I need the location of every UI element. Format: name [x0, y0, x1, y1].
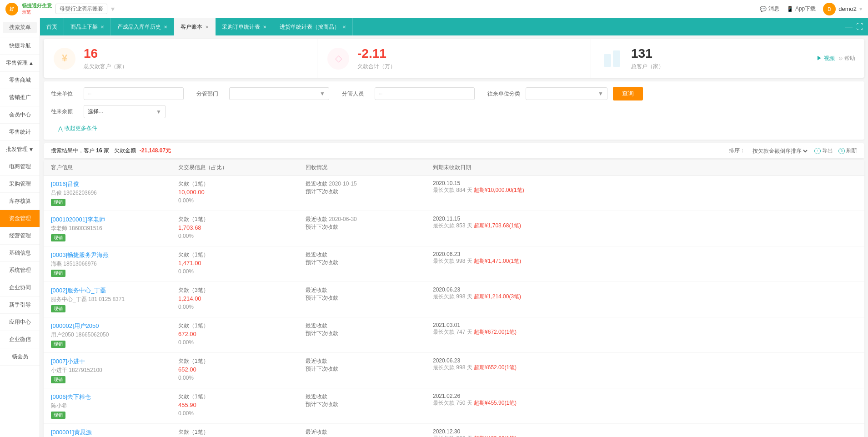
due-date-info-8: 2020.12.30 最长欠款 808 天 超期¥429.00(1笔)	[433, 428, 857, 437]
sidebar-item-marketing[interactable]: 营销推广	[0, 89, 40, 106]
customer-name-8[interactable]: [000001]黄思源	[51, 428, 178, 437]
source-unit-label: 往来单位	[51, 90, 78, 98]
collapse-btn[interactable]: ⋀ 收起更多条件	[51, 123, 857, 134]
sidebar-item-operation[interactable]: 经营管理	[0, 227, 40, 245]
tab-product-history-close[interactable]: ✕	[164, 25, 167, 30]
app-download-btn[interactable]: 📱 App下载	[787, 5, 816, 13]
sidebar-item-retail-mgmt[interactable]: 零售管理 ▲	[0, 55, 40, 72]
result-info: 搜索结果中，客户 16 家 欠款金额 -21,148.07元	[51, 147, 171, 155]
tab-purchase-order-close[interactable]: ✕	[263, 25, 266, 30]
user-area[interactable]: D demo2 ▾	[823, 3, 863, 15]
header-right: 💬 消息 📱 App下载 D demo2 ▾	[760, 3, 863, 15]
stat-card-debt-total: ◇ -2.11 欠款合计（万）	[317, 39, 591, 78]
table-row: [000001]黄思源 黄思源 13552700226 现销 欠款（1笔） 42…	[44, 424, 864, 437]
tab-home[interactable]: 首页	[40, 18, 64, 35]
customer-name-6[interactable]: [0007]小进干	[51, 357, 178, 366]
due-date-info-4: 2020.06.23 最长欠款 998 天 超期¥1,214.00(3笔)	[433, 286, 857, 301]
help-icon: ⊙	[838, 55, 843, 61]
sidebar-item-purchase[interactable]: 采购管理	[0, 176, 40, 193]
debt-total-icon: ◇	[326, 47, 350, 70]
sidebar-item-finance[interactable]: 资金管理	[0, 210, 40, 227]
collapse-area: ⋀ 收起更多条件	[51, 123, 857, 134]
debt-info-8: 欠款（1笔） 429.00 0.00%	[178, 428, 306, 437]
data-table: 客户信息 欠交易信息（占比） 回收情况 到期未收款日期 [0016]吕俊 吕俊 …	[44, 160, 864, 437]
overdue-link-6[interactable]: 超期¥652.00(1笔)	[474, 364, 517, 371]
video-icon: ▶	[817, 55, 822, 61]
recovery-info-2: 最近收款 2020-06-30 预计下次收款	[306, 216, 433, 231]
svg-text:¥: ¥	[62, 52, 68, 64]
sidebar-search-area[interactable]: 搜索菜单	[0, 18, 40, 37]
tab-customer-account-close[interactable]: ✕	[205, 25, 209, 30]
source-unit-input[interactable]: ···	[84, 87, 184, 100]
logo-text: 畅捷通好生意 示范	[22, 2, 52, 15]
tab-goods-stat-close[interactable]: ✕	[342, 25, 346, 30]
sidebar-item-inventory[interactable]: 库存核算	[0, 193, 40, 210]
sidebar-item-retail-stat[interactable]: 零售统计	[0, 124, 40, 141]
sort-select[interactable]: 按欠款金额倒序排序	[751, 147, 809, 155]
recovery-info-3: 最近收款 预计下次收款	[306, 251, 433, 266]
debt-info-5: 欠款（1笔） 672.00 0.00%	[178, 322, 306, 346]
customer-name-3[interactable]: [0003]畅捷服务尹海燕	[51, 251, 178, 259]
help-link[interactable]: ⊙ 帮助	[838, 55, 855, 62]
tab-customer-account[interactable]: 客户账本 ✕	[174, 18, 216, 35]
tab-goods-stat[interactable]: 进货单统计表（按商品） ✕	[273, 18, 353, 35]
logo-icon: 好	[5, 3, 18, 15]
th-recovery: 回收情况	[306, 164, 433, 171]
svg-rect-5	[613, 50, 620, 67]
stats-row: ¥ 16 总欠款客户（家） ◇ -2.11 欠款合计（万）	[44, 39, 864, 78]
overdue-link-4[interactable]: 超期¥1,214.00(3笔)	[474, 293, 521, 300]
store-name[interactable]: 母婴行业演示账套	[55, 4, 107, 14]
balance-select[interactable]: 选择... ▼	[84, 105, 166, 118]
customer-info-7: [0006]去下粮仓 陈小希 现销	[51, 393, 178, 419]
balance-arrow-icon: ▼	[156, 109, 161, 115]
sidebar-item-vip[interactable]: 畅会员	[0, 348, 40, 366]
customer-name-7[interactable]: [0006]去下粮仓	[51, 393, 178, 401]
tab-goods-shelf[interactable]: 商品上下架 ✕	[64, 18, 111, 35]
overdue-link-7[interactable]: 超期¥455.90(1笔)	[474, 400, 517, 406]
search-menu-label[interactable]: 搜索菜单	[3, 22, 37, 33]
sidebar-item-quick-nav[interactable]: 快捷导航	[0, 37, 40, 55]
sidebar-item-newbie[interactable]: 新手引导	[0, 296, 40, 314]
video-link[interactable]: ▶ 视频	[817, 55, 834, 62]
sidebar-item-corp-wx[interactable]: 企业微信	[0, 331, 40, 348]
customer-name-1[interactable]: [0016]吕俊	[51, 180, 178, 188]
tab-maximize-btn[interactable]: ⛶	[855, 22, 864, 32]
sidebar-item-ecommerce[interactable]: 电商管理	[0, 158, 40, 176]
due-date-info-2: 2020.11.15 最长欠款 853 天 超期¥1,703.68(1笔)	[433, 216, 857, 230]
sidebar-item-member[interactable]: 会员中心	[0, 106, 40, 124]
overdue-link-3[interactable]: 超期¥1,471.00(1笔)	[474, 258, 521, 264]
sidebar-item-system[interactable]: 系统管理	[0, 262, 40, 279]
dept-select[interactable]: ▼	[229, 87, 329, 100]
recovery-info-7: 最近收款 预计下次收款	[306, 393, 433, 408]
sidebar-item-basic-info[interactable]: 基础信息	[0, 245, 40, 262]
overdue-link-8[interactable]: 超期¥429.00(1笔)	[474, 435, 517, 437]
customer-info-6: [0007]小进干 小进干 18279152100 现销	[51, 357, 178, 383]
customer-name-5[interactable]: [000002]用户2050	[51, 322, 178, 330]
person-label: 分管人员	[342, 90, 369, 98]
store-dropdown-icon[interactable]: ▾	[111, 5, 115, 13]
sidebar-item-batch-mgmt[interactable]: 批发管理 ▼	[0, 141, 40, 158]
tab-product-history[interactable]: 产成品入库单历史 ✕	[111, 18, 174, 35]
sidebar-item-retail-shop[interactable]: 零售商城	[0, 72, 40, 89]
overdue-link-5[interactable]: 超期¥672.00(1笔)	[474, 329, 517, 335]
tab-purchase-order[interactable]: 采购订单统计表 ✕	[216, 18, 273, 35]
stat-info-total-customers: 131 总客户（家）	[631, 46, 664, 70]
unit-type-select[interactable]: ▼	[526, 87, 607, 100]
overdue-link-1[interactable]: 超期¥10,000.00(1笔)	[474, 187, 524, 193]
stat-card-debt-customers: ¥ 16 总欠款客户（家）	[44, 39, 317, 78]
sidebar-item-enterprise[interactable]: 企业协同	[0, 279, 40, 296]
customer-name-4[interactable]: [0002]服务中心_丁磊	[51, 286, 178, 295]
balance-label: 往来余额	[51, 108, 78, 116]
sidebar-item-apps[interactable]: 应用中心	[0, 314, 40, 331]
refresh-btn[interactable]: ↻ 刷新	[838, 147, 857, 155]
export-btn[interactable]: ↑ 导出	[814, 147, 833, 155]
search-button[interactable]: 查询	[613, 87, 643, 100]
tab-minimize-btn[interactable]: —	[844, 22, 853, 32]
person-input[interactable]: ···	[375, 87, 475, 100]
overdue-link-2[interactable]: 超期¥1,703.68(1笔)	[474, 222, 521, 229]
tab-goods-shelf-close[interactable]: ✕	[100, 25, 104, 30]
th-debt: 欠交易信息（占比）	[178, 164, 306, 171]
debt-info-3: 欠款（1笔） 1,471.00 0.00%	[178, 251, 306, 275]
customer-name-2[interactable]: [0001020001]李老师	[51, 216, 178, 224]
message-btn[interactable]: 💬 消息	[760, 5, 779, 13]
